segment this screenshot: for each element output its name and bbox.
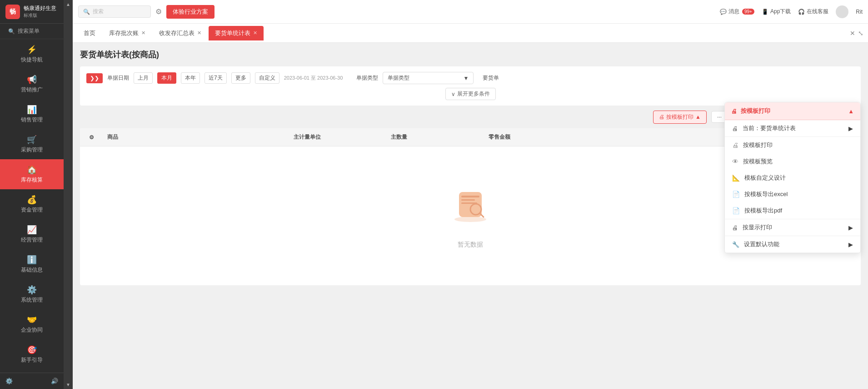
date-btn-current[interactable]: 本月	[157, 72, 176, 84]
dropdown-current-template[interactable]: 🖨 当前：要货单统计表 ▶	[725, 120, 860, 136]
th-goods: 商品	[103, 133, 289, 141]
guide-icon: 🎯	[27, 345, 37, 355]
main-area: 🔍 搜索 ⚙ 体验行业方案 💬 消息 99+ 📱 App下载 🎧 在线客服 Ri…	[73, 0, 868, 389]
topbar-search[interactable]: 🔍 搜索	[78, 5, 151, 18]
order-label: 要货单	[483, 74, 499, 82]
settings-bottom-icon[interactable]: ⚙️	[5, 378, 13, 384]
type-label: 单据类型	[356, 74, 378, 82]
sidebar-search[interactable]: 🔍 搜索菜单	[0, 24, 64, 39]
inventory-icon: 🏠	[27, 165, 37, 175]
scroll-down-arrow[interactable]: ▼	[66, 382, 70, 387]
marketing-icon: 📢	[27, 75, 37, 85]
scroll-up-arrow[interactable]: ▲	[66, 2, 70, 7]
sales-icon: 📊	[27, 105, 37, 115]
th-unit: 主计量单位	[289, 133, 387, 141]
print-template-btn[interactable]: 🖨 按模板打印 ▲	[653, 111, 707, 124]
date-btn-custom[interactable]: 自定义	[255, 72, 279, 84]
trial-button[interactable]: 体验行业方案	[166, 5, 215, 19]
message-group[interactable]: 💬 消息 99+	[720, 8, 754, 15]
svg-point-0	[454, 217, 486, 222]
app-icon: 📱	[762, 9, 768, 15]
filter-row-1: ❯❯ 单据日期 上月 本月 本年 近7天 更多 自定义 2023-06-01 至…	[86, 72, 854, 84]
current-template-icon: 🖨	[732, 125, 738, 132]
set-default-icon: 🔧	[732, 241, 739, 248]
sidebar-item-finance[interactable]: 💰 资金管理	[0, 189, 64, 219]
avatar[interactable]	[836, 5, 848, 18]
expand-icon: ∨	[451, 91, 455, 97]
shortcut-icon: ⚡	[27, 45, 37, 55]
finance-icon: 💰	[27, 195, 37, 205]
sidebar-item-enterprise[interactable]: 🤝 企业协同	[0, 309, 64, 339]
sidebar-item-basic[interactable]: ℹ️ 基础信息	[0, 249, 64, 279]
app-download-group[interactable]: 📱 App下载	[762, 8, 791, 15]
template-print-icon: 🖨	[732, 141, 738, 149]
date-btn-week[interactable]: 近7天	[205, 72, 227, 84]
dropdown-set-default[interactable]: 🔧 设置默认功能 ▶	[725, 236, 860, 253]
tab-inventory-batch[interactable]: 库存批次账 ✕	[103, 26, 152, 40]
purchase-icon: 🛒	[27, 135, 37, 145]
sidebar-item-guide[interactable]: 🎯 新手引导	[0, 339, 64, 369]
dropdown-item-template-preview[interactable]: 👁 按模板预览	[725, 153, 860, 170]
close-tab-receipts-summary[interactable]: ✕	[197, 30, 201, 36]
dropdown-item-template-pdf[interactable]: 📄 按模板导出pdf	[725, 202, 860, 219]
sidebar-scroll: ▲ ▼	[64, 0, 73, 389]
system-icon: ⚙️	[27, 285, 37, 295]
topbar-right: 💬 消息 99+ 📱 App下载 🎧 在线客服 Rit	[720, 5, 863, 18]
print-icon: 🖨	[659, 114, 664, 120]
content-area: 要货单统计表(按商品) ❯❯ 单据日期 上月 本月 本年 近7天 更多 自定义 …	[73, 43, 868, 389]
dropdown-item-template-print[interactable]: 🖨 按模板打印	[725, 137, 860, 153]
dropdown-close-chevron[interactable]: ▲	[848, 108, 854, 115]
sidebar-item-marketing[interactable]: 📢 营销推广	[0, 69, 64, 99]
dropdown-item-template-excel[interactable]: 📄 按模板导出excel	[725, 186, 860, 202]
filter-row-expand: ∨ 展开更多条件	[86, 88, 854, 100]
no-data-illustration	[448, 183, 493, 235]
filter-bar: ❯❯ 单据日期 上月 本月 本年 近7天 更多 自定义 2023-06-01 至…	[80, 66, 861, 106]
page-title: 要货单统计表(按商品)	[80, 49, 861, 60]
enterprise-icon: 🤝	[27, 315, 37, 325]
collapse-filter-btn[interactable]: ❯❯	[86, 73, 103, 83]
sidebar-bottom: ⚙️ 🔊	[0, 373, 64, 389]
sidebar-item-sales[interactable]: 📊 销售管理	[0, 99, 64, 129]
date-range: 2023-06-01 至 2023-06-30	[284, 75, 343, 81]
message-icon: 💬	[720, 9, 727, 15]
dropdown-items-section: 🖨 按模板打印 👁 按模板预览 📐 模板自定义设计 📄 按模板导出excel 📄	[725, 137, 860, 219]
topbar-search-icon: 🔍	[83, 9, 90, 15]
topbar-gear-icon[interactable]: ⚙	[155, 7, 162, 16]
tabbar: 首页 库存批次账 ✕ 收发存汇总表 ✕ 要货单统计表 ✕ ✕ ⤡	[73, 24, 868, 43]
display-print-arrow: ▶	[848, 224, 853, 231]
th-amount: 零售金额	[484, 133, 582, 141]
maximize-window-btn[interactable]: ⤡	[858, 30, 863, 37]
dropdown-item-template-custom[interactable]: 📐 模板自定义设计	[725, 170, 860, 186]
online-service-group[interactable]: 🎧 在线客服	[798, 8, 828, 15]
sidebar-logo: 畅 畅康通好生意 标准版	[0, 0, 64, 24]
sound-icon[interactable]: 🔊	[51, 378, 58, 384]
date-btn-prev[interactable]: 上月	[134, 72, 153, 84]
type-select[interactable]: 单据类型 ▼	[383, 72, 474, 84]
sidebar-item-purchase[interactable]: 🛒 采购管理	[0, 129, 64, 159]
dropdown-display-section: 🖨 按显示打印 ▶	[725, 219, 860, 236]
close-window-btn[interactable]: ✕	[850, 30, 855, 37]
sidebar-item-apps[interactable]: 📱 应用中心	[0, 369, 64, 373]
no-data-svg	[448, 183, 493, 228]
close-tab-inventory-batch[interactable]: ✕	[141, 30, 145, 36]
dropdown-display-print[interactable]: 🖨 按显示打印 ▶	[725, 219, 860, 236]
dropdown-header: 🖨 按模板打印 ▲	[725, 102, 860, 120]
template-excel-icon: 📄	[732, 191, 740, 198]
th-settings[interactable]: ⚙	[85, 134, 103, 141]
date-btn-more[interactable]: 更多	[231, 72, 250, 84]
template-preview-icon: 👁	[732, 158, 738, 165]
expand-filter-btn[interactable]: ∨ 展开更多条件	[445, 88, 496, 100]
th-qty: 主数量	[386, 133, 484, 141]
template-pdf-icon: 📄	[732, 207, 740, 214]
sidebar-item-system[interactable]: ⚙️ 系统管理	[0, 279, 64, 309]
tab-home[interactable]: 首页	[77, 26, 102, 40]
close-tab-order-stats[interactable]: ✕	[253, 30, 257, 36]
tab-order-stats[interactable]: 要货单统计表 ✕	[209, 26, 264, 40]
tab-receipts-summary[interactable]: 收发存汇总表 ✕	[153, 26, 208, 40]
sidebar-item-shortcut[interactable]: ⚡ 快捷导航	[0, 39, 64, 69]
sidebar-item-operation[interactable]: 📈 经营管理	[0, 219, 64, 249]
sidebar-item-inventory[interactable]: 🏠 库存核算	[0, 159, 64, 189]
date-btn-year[interactable]: 本年	[181, 72, 200, 84]
svg-rect-2	[461, 196, 479, 197]
operation-icon: 📈	[27, 225, 37, 235]
